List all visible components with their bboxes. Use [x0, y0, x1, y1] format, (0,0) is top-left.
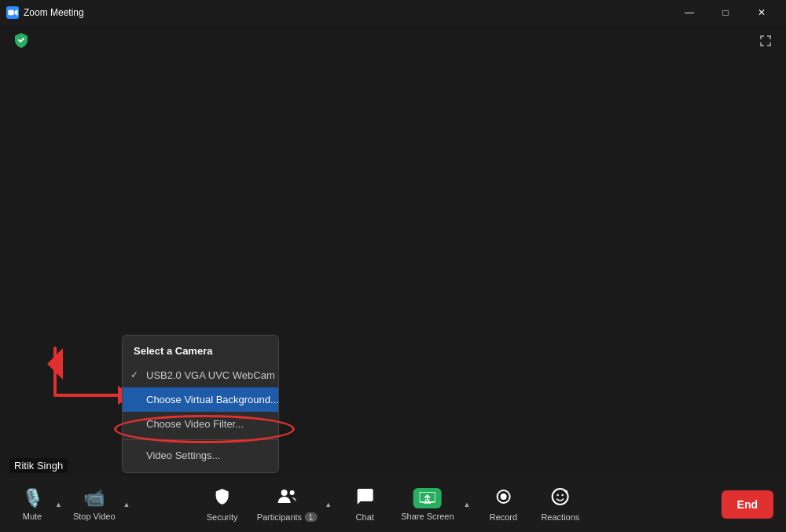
stop-video-button[interactable]: 📹 Stop Video [68, 483, 120, 526]
svg-point-5 [281, 490, 288, 496]
zoom-icon [6, 6, 19, 19]
security-button[interactable]: Security [199, 482, 246, 526]
title-bar: Zoom Meeting — □ ✕ [0, 0, 786, 25]
end-button[interactable]: End [722, 490, 773, 519]
video-icon: 📹 [83, 488, 105, 508]
menu-divider [123, 439, 278, 440]
svg-point-11 [557, 494, 559, 496]
title-bar-title: Zoom Meeting [24, 7, 84, 18]
record-icon [494, 487, 512, 509]
svg-point-6 [290, 490, 295, 495]
reactions-icon [551, 487, 570, 509]
menu-item-video-filter[interactable]: Choose Video Filter... [123, 412, 278, 436]
maximize-button[interactable]: □ [707, 0, 744, 25]
video-area [0, 25, 786, 477]
security-icon [213, 487, 232, 509]
title-bar-controls: — □ ✕ [671, 0, 780, 25]
menu-item-camera[interactable]: USB2.0 VGA UVC WebCam [123, 363, 278, 387]
mute-button-group: 🎙️ Mute ▲ [13, 483, 65, 526]
participants-chevron-button[interactable]: ▲ [321, 496, 335, 513]
chat-icon [355, 487, 374, 509]
share-screen-chevron-button[interactable]: ▲ [461, 496, 474, 513]
toolbar: 🎙️ Mute ▲ 📹 Stop Video ▲ Security [0, 477, 786, 532]
minimize-button[interactable]: — [671, 0, 707, 25]
title-bar-left: Zoom Meeting [6, 6, 84, 19]
expand-icon[interactable] [758, 33, 773, 53]
svg-point-9 [500, 493, 506, 500]
record-button[interactable]: Record [479, 482, 527, 526]
svg-point-13 [566, 490, 567, 492]
video-chevron-button[interactable]: ▲ [120, 496, 134, 513]
share-screen-icon [413, 488, 442, 508]
mute-button[interactable]: 🎙️ Mute [13, 483, 52, 526]
menu-header: Select a Camera [123, 340, 278, 363]
share-screen-button-group: Share Screen ▲ [395, 483, 473, 526]
toolbar-right: End [722, 490, 773, 519]
mute-icon: 🎙️ [22, 488, 43, 508]
participants-button-group: Participants 1 ▲ [252, 482, 336, 526]
close-button[interactable]: ✕ [744, 0, 780, 25]
menu-item-virtual-bg[interactable]: Choose Virtual Background... [123, 387, 278, 412]
svg-rect-1 [8, 10, 13, 15]
participants-icon [277, 487, 297, 509]
toolbar-center: Security Participants 1 ▲ [199, 482, 588, 526]
share-screen-button[interactable]: Share Screen [395, 483, 460, 526]
svg-point-12 [562, 494, 564, 496]
stop-video-button-group: 📹 Stop Video ▲ [68, 483, 134, 526]
toolbar-left: 🎙️ Mute ▲ 📹 Stop Video ▲ [13, 483, 133, 526]
reactions-button[interactable]: Reactions [533, 482, 587, 526]
context-menu: Select a Camera USB2.0 VGA UVC WebCam Ch… [122, 335, 279, 473]
chat-button[interactable]: Chat [341, 482, 388, 526]
mute-chevron-button[interactable]: ▲ [52, 496, 65, 513]
participants-button[interactable]: Participants 1 [252, 482, 322, 526]
shield-icon [13, 31, 30, 52]
menu-item-video-settings[interactable]: Video Settings... [123, 443, 278, 468]
user-name: Ritik Singh [9, 458, 68, 473]
